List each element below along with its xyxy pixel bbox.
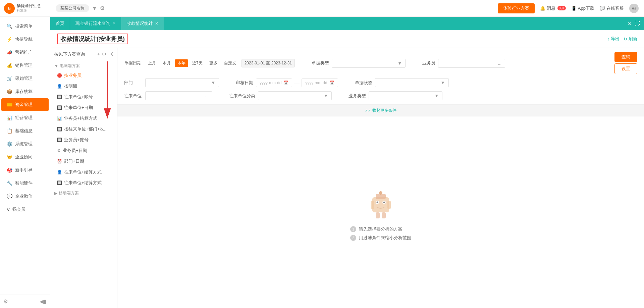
sidebar-item-purchase[interactable]: 🛒 采购管理 <box>1 72 49 85</box>
notification-button[interactable]: 🔔 消息 99+ <box>540 5 566 11</box>
sales-account-icon: 🔲 <box>57 138 62 142</box>
logo-text: 畅捷通好生意 <box>17 3 41 9</box>
sidebar-item-operations[interactable]: 📊 经营管理 <box>1 111 49 124</box>
collapse-sidebar-icon[interactable]: ◀▮ <box>40 298 47 305</box>
calendar-end-icon[interactable]: 📅 <box>329 81 334 85</box>
salesperson-field[interactable]: ... <box>438 59 505 68</box>
settings-scheme-icon[interactable]: ⚙ <box>102 51 106 57</box>
tree-item-partner-payment1[interactable]: 👤 往来单位+结算方式 <box>50 167 117 177</box>
inventory-icon: 📦 <box>7 89 12 94</box>
tree-item-partner-account[interactable]: 🔲 往来单位+账号 <box>50 92 117 102</box>
voucher-type-select[interactable]: ▼ <box>332 59 406 68</box>
tree-item-detail[interactable]: 👤 按明细 <box>50 81 117 92</box>
tree-item-label: 往来单位+账号 <box>64 94 93 100</box>
notification-icon: 🔔 <box>540 6 545 11</box>
app-download-button[interactable]: 📱 App下载 <box>571 5 594 11</box>
sidebar-item-label: 资金管理 <box>15 102 33 108</box>
active-item-icon: 🔴 <box>57 73 62 78</box>
date-tab-7days[interactable]: 近7天 <box>190 59 205 67</box>
query-button[interactable]: 查询 <box>614 52 637 62</box>
user-avatar[interactable]: Rit <box>629 4 639 13</box>
date-tab-this-year[interactable]: 本年 <box>175 59 188 67</box>
gear-icon[interactable]: ⚙ <box>100 5 105 11</box>
date-tab-this-month[interactable]: 本月 <box>160 59 173 67</box>
tab-home[interactable]: 首页 <box>50 17 70 30</box>
sidebar-item-sales[interactable]: 💰 销售管理 <box>1 59 49 72</box>
sidebar-item-guide[interactable]: 🎯 新手引导 <box>1 164 49 176</box>
tree-item-sales-date[interactable]: ⚙ 业务员+日期 <box>50 145 117 156</box>
export-button[interactable]: ↑ 导出 <box>607 36 620 42</box>
sidebar-item-vip[interactable]: V 畅会员 <box>1 203 49 216</box>
tree-item-label: 往来单位+日期 <box>64 105 93 111</box>
settings-button[interactable]: 设置 <box>614 63 637 74</box>
sidebar-item-basic[interactable]: 📋 基础信息 <box>1 124 49 137</box>
svg-rect-2 <box>376 194 386 199</box>
sidebar-item-label: 销售管理 <box>15 62 33 68</box>
date-filter-group: 单据日期 上月 本月 本年 近7天 更多 自定义 2023-01-01 至 20… <box>124 59 295 67</box>
salesperson-input-area: ... <box>438 59 505 68</box>
tree-group-mobile: ▶ 移动端方案 <box>50 188 117 197</box>
tree-expand-icon[interactable]: ▼ <box>54 64 58 68</box>
collapse-panel-icon[interactable]: 《 <box>108 51 113 57</box>
tree-item-sales-account[interactable]: 🔲 业务员+账号 <box>50 135 117 145</box>
sidebar-item-marketing[interactable]: 📣 营销推广 <box>1 46 49 59</box>
sidebar-item-search[interactable]: 🔍 搜索菜单 <box>1 20 49 33</box>
close-all-tabs-icon[interactable]: ✕ <box>628 20 632 27</box>
close-bank-flow-icon[interactable]: ✕ <box>112 21 116 26</box>
collapse-bar[interactable]: ∧∧ 收起更多条件 <box>117 105 644 116</box>
counterparty-more-icon[interactable]: ... <box>205 93 209 98</box>
counterparty-field[interactable]: ... <box>145 91 212 100</box>
tree-item-salesperson[interactable]: 🔴 按业务员 <box>50 70 117 81</box>
logo-icon: 6 <box>4 3 15 14</box>
tab-controls: ✕ ⛶ <box>624 20 644 27</box>
enterprise-icon: 🤝 <box>7 154 12 160</box>
add-scheme-icon[interactable]: + <box>97 51 100 57</box>
app-download-label: App下载 <box>578 5 594 11</box>
settings-icon[interactable]: ⚙ <box>3 298 8 305</box>
voucher-status-chevron-icon: ▼ <box>441 80 445 85</box>
sidebar-item-inventory[interactable]: 📦 库存核算 <box>1 85 49 98</box>
tree-item-dept-date[interactable]: ⏰ 部门+日期 <box>50 156 117 167</box>
tree-item-label: 往来单位+结算方式 <box>64 169 102 175</box>
refresh-button[interactable]: ↻ 刷新 <box>624 36 637 42</box>
sidebar-item-finance[interactable]: 💳 资金管理 <box>1 98 49 111</box>
sidebar-item-label: 智能硬件 <box>15 180 33 186</box>
dept-select[interactable]: ▼ <box>145 78 219 87</box>
sidebar-item-wechat[interactable]: 💬 企业微信 <box>1 190 49 203</box>
voucher-status-select[interactable]: ▼ <box>375 78 449 87</box>
fullscreen-icon[interactable]: ⛶ <box>635 20 640 27</box>
tree-item-partner-dept[interactable]: 🔲 按往来单位+部门+收... <box>50 124 117 135</box>
trial-button[interactable]: 体验行业方案 <box>498 3 535 13</box>
dropdown-icon[interactable]: ▼ <box>92 5 97 11</box>
tree-item-label: 业务员+结算方式 <box>64 115 97 121</box>
tab-receipt-stats[interactable]: 收款情况统计 ✕ <box>121 17 164 30</box>
date-tab-last-month[interactable]: 上月 <box>145 59 159 67</box>
calendar-start-icon[interactable]: 📅 <box>283 81 288 85</box>
date-tabs: 上月 本月 本年 近7天 更多 自定义 <box>145 59 239 67</box>
tree-item-partner-payment2[interactable]: 🔲 往来单位+结算方式 <box>50 177 117 188</box>
date-tab-more[interactable]: 更多 <box>207 59 220 67</box>
tree-section-desktop: ▼ 电脑端方案 🔴 按业务员 👤 按明细 🔲 往来单位+账号 <box>50 61 117 188</box>
audit-date-end-field[interactable]: yyyy-mm-dd 📅 <box>302 79 338 87</box>
online-service-button[interactable]: 💬 在线客服 <box>600 5 624 11</box>
audit-date-start-field[interactable]: yyyy-mm-dd 📅 <box>256 79 292 87</box>
tree-item-label: 往来单位+结算方式 <box>64 180 102 186</box>
close-receipt-stats-icon[interactable]: ✕ <box>155 21 158 26</box>
filter-row-3: 往来单位 ... 往来单位分类 ▼ <box>124 91 637 100</box>
sidebar-item-hardware[interactable]: 🔧 智能硬件 <box>1 177 49 190</box>
svg-rect-1 <box>372 197 389 212</box>
counterparty-type-select[interactable]: ▼ <box>258 91 332 100</box>
sidebar-item-quick-nav[interactable]: ⚡ 快捷导航 <box>1 33 49 46</box>
left-panel-title: 按以下方案查询 <box>54 51 85 57</box>
bank-flow-tab-label: 现金银行流水查询 <box>75 20 110 27</box>
tree-item-label: 按往来单位+部门+收... <box>64 126 108 132</box>
business-type-select[interactable]: ▼ <box>369 91 442 100</box>
date-tab-custom[interactable]: 自定义 <box>221 59 239 67</box>
tree-collapse-icon[interactable]: ▶ <box>54 191 57 196</box>
salesperson-more-icon[interactable]: ... <box>498 61 501 66</box>
sidebar-item-system[interactable]: ⚙️ 系统管理 <box>1 138 49 150</box>
sidebar-item-enterprise[interactable]: 🤝 企业协同 <box>1 151 49 163</box>
tab-bank-flow[interactable]: 现金银行流水查询 ✕ <box>70 17 121 30</box>
tree-item-partner-date[interactable]: 🔲 往来单位+日期 <box>50 102 117 113</box>
tree-item-sales-payment[interactable]: 📊 业务员+结算方式 <box>50 113 117 124</box>
